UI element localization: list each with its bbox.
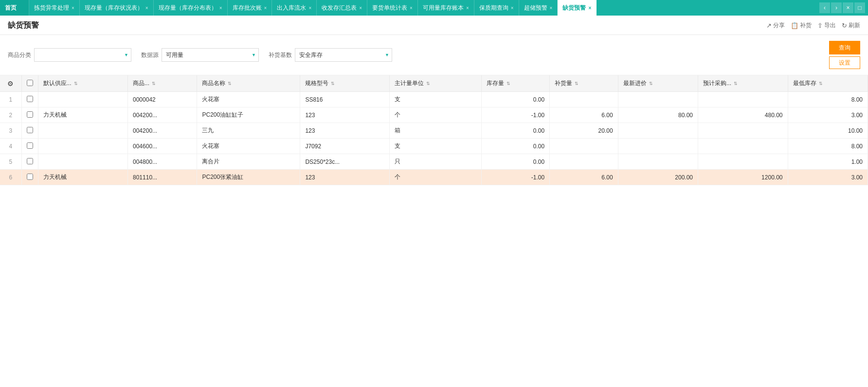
- cell-replenish: [550, 92, 618, 107]
- cell-product-name: 离合片: [197, 154, 300, 170]
- tab-available-stock[interactable]: 可用量库存账本 ×: [418, 0, 474, 16]
- filter-replenish-group: 补货基数 安全库存: [269, 48, 392, 62]
- cell-unit: 箱: [390, 123, 481, 139]
- tab-label: 要货单统计表: [372, 4, 407, 12]
- cell-latest-price: 200.00: [618, 170, 698, 185]
- nav-close-btn[interactable]: ×: [843, 2, 853, 13]
- gear-icon[interactable]: ⚙: [7, 80, 14, 88]
- app-wrapper: 首页 拣货异常处理 × 现存量（库存状况表） × 现存量（库存分布表） × 库存…: [0, 0, 868, 387]
- close-icon[interactable]: ×: [359, 5, 362, 11]
- cell-min-stock: 10.00: [788, 123, 868, 139]
- row-number: 6: [0, 170, 21, 185]
- refresh-label: 刷新: [849, 21, 860, 30]
- cell-product-code: 004800...: [128, 154, 197, 170]
- tab-label: 收发存汇总表: [322, 4, 357, 12]
- row-checkbox[interactable]: [27, 142, 33, 149]
- close-icon[interactable]: ×: [219, 5, 222, 11]
- nav-next-btn[interactable]: ›: [831, 2, 842, 13]
- cell-stock: 0.00: [481, 123, 549, 139]
- filter-datasource-group: 数据源 可用量: [141, 48, 259, 62]
- row-checkbox[interactable]: [27, 111, 33, 118]
- row-checkbox[interactable]: [27, 158, 33, 164]
- col-product-name: 商品名称 ⇅: [197, 75, 300, 92]
- replenish-select[interactable]: 安全库存: [295, 48, 392, 62]
- cell-replenish: [550, 154, 618, 170]
- row-checkbox[interactable]: [27, 96, 33, 102]
- close-icon[interactable]: ×: [410, 5, 413, 11]
- close-icon[interactable]: ×: [72, 5, 74, 11]
- cell-stock: 0.00: [481, 139, 549, 154]
- replenish-icon: 📋: [791, 22, 798, 29]
- cell-min-stock: 1.00: [788, 154, 868, 170]
- col-default-supplier-label: 默认供应...: [43, 79, 72, 88]
- nav-prev-btn[interactable]: ‹: [819, 2, 830, 13]
- col-gear[interactable]: ⚙: [0, 75, 21, 92]
- tab-home[interactable]: 首页: [0, 0, 29, 16]
- tab-label: 现存量（库存分布表）: [159, 4, 217, 12]
- cell-latest-price: [618, 92, 698, 107]
- cell-default-supplier: 力天机械: [38, 170, 128, 185]
- close-icon[interactable]: ×: [308, 5, 311, 11]
- close-icon[interactable]: ×: [145, 5, 148, 11]
- query-button[interactable]: 查询: [829, 41, 860, 54]
- category-select[interactable]: [34, 48, 131, 62]
- row-number: 5: [0, 154, 21, 170]
- nav-controls: ‹ › × □: [816, 2, 868, 13]
- share-label: 分享: [773, 21, 785, 30]
- row-checkbox-cell: [21, 170, 38, 185]
- tab-picking-exception[interactable]: 拣货异常处理 ×: [29, 0, 80, 16]
- datasource-label: 数据源: [141, 51, 159, 59]
- col-min-stock-label: 最低库存: [793, 79, 816, 88]
- refresh-button[interactable]: ↻ 刷新: [842, 21, 860, 30]
- table-row: 2 力天机械 004200... PC200油缸缸子 123 个 -1.00 6…: [0, 107, 868, 123]
- cell-spec: SS816: [300, 92, 390, 107]
- nav-expand-btn[interactable]: □: [854, 2, 865, 13]
- cell-stock: -1.00: [481, 107, 549, 123]
- category-select-wrapper: [34, 48, 131, 62]
- tab-label: 缺货预警: [562, 4, 586, 12]
- settings-button[interactable]: 设置: [829, 56, 860, 69]
- select-all-checkbox[interactable]: [27, 80, 33, 86]
- cell-est-purchase: [698, 92, 788, 107]
- row-checkbox[interactable]: [27, 127, 33, 133]
- close-icon[interactable]: ×: [588, 5, 591, 11]
- tab-order-stats[interactable]: 要货单统计表 ×: [367, 0, 418, 16]
- cell-default-supplier: [38, 139, 128, 154]
- table-row: 1 0000042 火花塞 SS816 支 0.00 8.00: [0, 92, 868, 107]
- col-stock-label: 库存量: [487, 79, 504, 88]
- datasource-select[interactable]: 可用量: [162, 48, 259, 62]
- tab-stock-status[interactable]: 现存量（库存状况表） ×: [80, 0, 154, 16]
- page-title: 缺货预警: [8, 20, 39, 31]
- close-icon[interactable]: ×: [466, 5, 469, 11]
- tab-stock-dist[interactable]: 现存量（库存分布表） ×: [154, 0, 228, 16]
- col-replenish: 补货量 ⇅: [550, 75, 618, 92]
- cell-min-stock: 3.00: [788, 107, 868, 123]
- close-icon[interactable]: ×: [511, 5, 514, 11]
- cell-product-name: 火花塞: [197, 92, 300, 107]
- cell-spec: 123: [300, 123, 390, 139]
- close-icon[interactable]: ×: [264, 5, 267, 11]
- tab-label: 出入库流水: [277, 4, 306, 12]
- tab-collect-summary[interactable]: 收发存汇总表 ×: [317, 0, 367, 16]
- tab-overstock[interactable]: 超储预警 ×: [519, 0, 558, 16]
- row-checkbox[interactable]: [27, 174, 33, 180]
- tab-expiry[interactable]: 保质期查询 ×: [474, 0, 519, 16]
- refresh-icon: ↻: [842, 22, 847, 29]
- export-icon: ⇧: [817, 22, 823, 29]
- col-latest-price: 最新进价 ⇅: [618, 75, 698, 92]
- cell-stock: 0.00: [481, 92, 549, 107]
- tab-shortage-warning[interactable]: 缺货预警 ×: [558, 0, 597, 16]
- close-icon[interactable]: ×: [550, 5, 553, 11]
- tab-inout-flow[interactable]: 出入库流水 ×: [272, 0, 317, 16]
- sort-icon: ⇅: [152, 81, 156, 86]
- tab-batch[interactable]: 库存批次账 ×: [228, 0, 272, 16]
- replenish-button[interactable]: 📋 补货: [791, 21, 812, 30]
- col-spec: 规格型号 ⇅: [300, 75, 390, 92]
- cell-product-code: 004600...: [128, 139, 197, 154]
- cell-est-purchase: [698, 139, 788, 154]
- cell-product-name: 火花塞: [197, 139, 300, 154]
- share-button[interactable]: ↗ 分享: [766, 21, 785, 30]
- export-button[interactable]: ⇧ 导出: [817, 21, 836, 30]
- col-unit: 主计量单位 ⇅: [390, 75, 481, 92]
- table-row: 5 004800... 离合片 DS250*23c... 只 0.00 1.00: [0, 154, 868, 170]
